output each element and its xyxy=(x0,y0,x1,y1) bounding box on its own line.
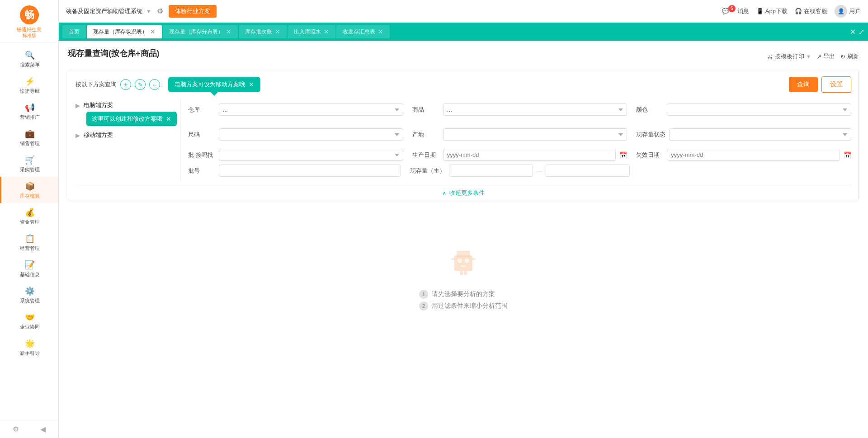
size-select[interactable] xyxy=(219,128,403,141)
tab-home-label: 首页 xyxy=(69,28,80,36)
main-area: 装备及固定资产辅助管理系统 ▼ ⚙ 体验行业方案 💬 6 消息 📱 App下载 … xyxy=(59,0,868,438)
calendar-icon[interactable]: 📅 xyxy=(619,151,627,159)
sidebar-item-basic[interactable]: 📝 基础信息 xyxy=(0,255,58,282)
filter-inv-status: 现存量状态 xyxy=(636,128,851,141)
filter-section: 按以下方案查询 + ✎ ← 电脑方案可设为移动方案哦 ✕ 查询 设置 xyxy=(68,70,859,201)
filter-toolbar-row: 按以下方案查询 + ✎ ← 电脑方案可设为移动方案哦 ✕ 查询 设置 xyxy=(75,76,851,93)
prod-date-input[interactable] xyxy=(443,149,616,161)
system-selector[interactable]: 装备及固定资产辅助管理系统 ▼ xyxy=(66,7,151,15)
user-icon: 👤 xyxy=(838,8,844,14)
sidebar-item-system[interactable]: ⚙️ 系统管理 xyxy=(0,282,58,308)
empty-step-2: 2 用过滤条件来缩小分析范围 xyxy=(419,301,508,311)
sidebar-item-sales[interactable]: 💼 销售管理 xyxy=(0,124,58,151)
app-download-btn[interactable]: 📱 App下载 xyxy=(756,7,788,15)
step-1-text: 请先选择要分析的方案 xyxy=(432,290,495,298)
logo-sub: 标准版 xyxy=(23,33,36,39)
filter-warehouse: 仓库 ... xyxy=(188,104,403,116)
sidebar-settings-btn[interactable]: ⚙ xyxy=(13,425,19,433)
scheme-desktop-row[interactable]: ▶ 电脑端方案 xyxy=(75,99,177,112)
online-support-btn[interactable]: 🎧 在线客服 xyxy=(795,7,827,15)
settings-gear-icon[interactable]: ⚙ xyxy=(157,7,163,15)
system-icon: ⚙️ xyxy=(25,286,35,296)
trial-button[interactable]: 体验行业方案 xyxy=(169,5,217,18)
sidebar-item-purchase[interactable]: 🛒 采购管理 xyxy=(0,151,58,177)
sidebar-item-ops[interactable]: 📋 经营管理 xyxy=(0,229,58,255)
prod-date-label: 生产日期 xyxy=(412,151,439,159)
batch-select[interactable] xyxy=(219,149,403,161)
sidebar-item-quicknav[interactable]: ⚡ 快捷导航 xyxy=(0,72,58,98)
reset-button[interactable]: 设置 xyxy=(821,76,851,93)
print-template-btn[interactable]: 🖨 按模板打印 ▼ xyxy=(767,52,811,61)
scheme-mobile-row[interactable]: ▶ 移动端方案 xyxy=(75,129,177,141)
scheme-desktop-label: 电脑端方案 xyxy=(84,101,113,109)
collab-icon: 🤝 xyxy=(25,312,35,322)
inv-status-select[interactable] xyxy=(669,128,851,141)
refresh-btn[interactable]: ↻ 刷新 xyxy=(840,52,859,61)
origin-select[interactable] xyxy=(443,128,627,141)
sidebar-item-finance[interactable]: 💰 资金管理 xyxy=(0,203,58,229)
filter-size: 尺码 xyxy=(188,128,403,141)
filter-batch: 批 接吗批 xyxy=(188,149,403,161)
scheme-sub-tooltip: 这里可以创建和修改方案哦 ✕ xyxy=(86,112,177,126)
empty-step-1: 1 请先选择要分析的方案 xyxy=(419,290,508,299)
sidebar-label-search: 搜索菜单 xyxy=(20,61,40,68)
sidebar-label-ops: 经营管理 xyxy=(20,245,40,252)
chevron-right-icon: ▶ xyxy=(75,132,80,139)
back-scheme-btn[interactable]: ← xyxy=(149,79,160,90)
scheme-sub-tooltip-close[interactable]: ✕ xyxy=(166,115,171,122)
sidebar-item-inventory[interactable]: 📦 库存核算 xyxy=(0,177,58,203)
qty-min-input[interactable] xyxy=(449,165,533,177)
tab-in-out-flow[interactable]: 出入库流水 ✕ xyxy=(288,25,335,38)
logo-area: 畅 畅通好生意 标准版 xyxy=(0,0,58,43)
sidebar-item-marketing[interactable]: 📢 营销推广 xyxy=(0,98,58,124)
user-btn[interactable]: 👤 用户 xyxy=(835,5,861,18)
qty-max-input[interactable] xyxy=(546,165,630,177)
filter-origin: 产地 xyxy=(412,128,627,141)
tab-batch-account[interactable]: 库存批次账 ✕ xyxy=(239,25,287,38)
tab-close-icon[interactable]: ✕ xyxy=(150,28,156,35)
user-label: 用户 xyxy=(849,7,861,15)
marketing-icon: 📢 xyxy=(25,103,35,113)
expand-btn[interactable]: ⤢ xyxy=(859,28,864,36)
search-button[interactable]: 查询 xyxy=(789,77,818,92)
qty-range: — xyxy=(449,165,630,177)
tab-inventory-dist[interactable]: 现存量（库存分布表） ✕ xyxy=(163,25,238,38)
export-btn[interactable]: ↗ 导出 xyxy=(816,52,835,61)
exp-date-input[interactable] xyxy=(667,149,840,161)
tab-close-icon[interactable]: ✕ xyxy=(324,28,329,35)
sidebar-bottom: ⚙ ◀ xyxy=(0,420,58,438)
filter-exp-date: 失效日期 📅 xyxy=(636,149,851,161)
tab-home[interactable]: 首页 xyxy=(62,25,86,38)
tab-in-out-flow-label: 出入库流水 xyxy=(294,28,321,36)
warehouse-select[interactable]: ... xyxy=(219,104,403,116)
add-scheme-btn[interactable]: + xyxy=(120,79,131,90)
color-select[interactable] xyxy=(667,104,851,116)
edit-scheme-btn[interactable]: ✎ xyxy=(135,79,146,90)
page-title: 现存量查询(按仓库+商品) xyxy=(68,48,160,59)
calendar-icon2[interactable]: 📅 xyxy=(844,151,851,159)
close-all-tabs-btn[interactable]: ✕ xyxy=(850,28,856,36)
sidebar-item-search[interactable]: 🔍 搜索菜单 xyxy=(0,46,58,72)
lot-input[interactable] xyxy=(219,165,401,177)
tab-close-icon[interactable]: ✕ xyxy=(226,28,231,35)
filter-prod-date: 生产日期 📅 xyxy=(412,149,627,161)
chevron-down-icon: ▼ xyxy=(146,8,151,14)
sidebar-item-guide[interactable]: 🌟 新手引导 xyxy=(0,334,58,360)
sidebar-collapse-btn[interactable]: ◀ xyxy=(40,425,46,433)
notification-btn[interactable]: 💬 6 消息 xyxy=(722,7,749,15)
scheme-tooltip-close[interactable]: ✕ xyxy=(249,81,254,88)
collapse-bar[interactable]: ∧ 收起更多条件 xyxy=(75,185,851,201)
size-label: 尺码 xyxy=(188,131,215,139)
sidebar-item-collab[interactable]: 🤝 企业协同 xyxy=(0,308,58,334)
tab-recv-summary-label: 收发存汇总表 xyxy=(343,28,375,36)
goods-select[interactable]: ... xyxy=(443,104,627,116)
sidebar-label-inventory: 库存核算 xyxy=(20,193,40,199)
tab-inventory-status[interactable]: 现存量（库存状况表） ✕ xyxy=(87,25,162,38)
tab-close-icon[interactable]: ✕ xyxy=(275,28,280,35)
inv-status-label: 现存量状态 xyxy=(636,131,665,139)
tab-recv-summary[interactable]: 收发存汇总表 ✕ xyxy=(336,25,390,38)
tab-close-icon[interactable]: ✕ xyxy=(378,28,383,35)
scheme-sub-tooltip-text: 这里可以创建和修改方案哦 xyxy=(92,115,162,123)
export-icon: ↗ xyxy=(816,53,821,60)
sidebar-label-collab: 企业协同 xyxy=(20,324,40,330)
